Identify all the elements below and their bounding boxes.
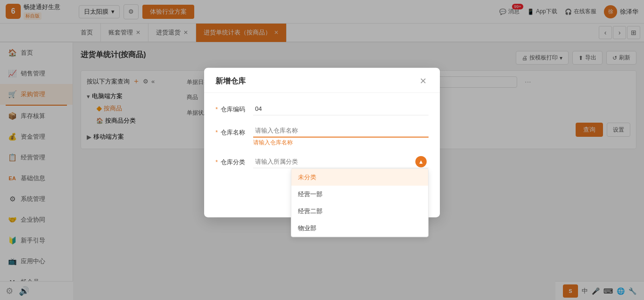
category-arrow-button[interactable]: ▲ [415,156,427,167]
modal-add-warehouse: 新增仓库 ✕ * 仓库编码 * 仓库名称 请输入仓库名称 [204,68,440,217]
category-select-wrapper: ▲ 未分类 经营一部 经营二部 物业部 [253,155,429,168]
arrow-up-icon: ▲ [418,158,424,165]
form-row-category: * 仓库分类 ▲ 未分类 经营一部 经营二部 物业部 [215,155,429,168]
dropdown-item-3[interactable]: 物业部 [291,220,428,237]
modal-close-button[interactable]: ✕ [417,75,429,87]
code-label: * 仓库编码 [215,102,253,114]
name-label: * 仓库名称 [215,125,253,136]
name-error-msg: 请输入仓库名称 [253,139,293,146]
modal-body: * 仓库编码 * 仓库名称 请输入仓库名称 * 仓库分类 [204,93,440,186]
category-label: * 仓库分类 [215,155,253,167]
dropdown-item-0[interactable]: 未分类 [291,169,428,186]
dropdown-item-1[interactable]: 经营一部 [291,186,428,203]
category-dropdown: 未分类 经营一部 经营二部 物业部 [291,168,429,237]
form-row-name: * 仓库名称 请输入仓库名称 [215,124,429,147]
dropdown-item-2[interactable]: 经营二部 [291,203,428,220]
modal-title: 新增仓库 [215,76,246,86]
code-input[interactable] [253,102,429,116]
form-row-code: * 仓库编码 [215,102,429,116]
modal-header: 新增仓库 ✕ [204,68,440,93]
category-input[interactable] [253,155,429,168]
name-input[interactable] [253,124,429,138]
